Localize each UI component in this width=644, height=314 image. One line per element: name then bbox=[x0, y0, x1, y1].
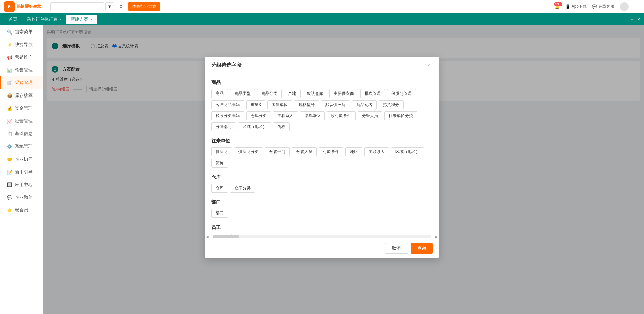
field-tag[interactable]: 商品类型 bbox=[230, 89, 255, 98]
field-tag[interactable]: 客户商品编码 bbox=[211, 100, 244, 105]
field-tag[interactable]: 产地 bbox=[284, 89, 301, 98]
field-tag[interactable]: 保质期管理 bbox=[387, 89, 416, 98]
field-tag[interactable]: 商品别名 bbox=[352, 100, 377, 105]
field-tag[interactable]: 默认供应商 bbox=[321, 100, 350, 105]
field-tag[interactable]: 商品 bbox=[211, 89, 228, 98]
modal-body[interactable]: 商品 商品 商品类型 商品分类 产地 默认仓库 主要供应商 批次管理 保质期管理… bbox=[205, 74, 439, 105]
goods-fields: 商品 商品类型 商品分类 产地 默认仓库 主要供应商 批次管理 保质期管理 客户… bbox=[211, 89, 433, 105]
modal-close-btn[interactable]: × bbox=[425, 61, 433, 69]
modal-backdrop: 分组待选字段 × 商品 商品 商品类型 商品分类 产地 默认仓库 主要供应商 批… bbox=[0, 0, 644, 105]
section-goods-title: 商品 bbox=[211, 80, 433, 86]
field-select-modal: 分组待选字段 × 商品 商品 商品类型 商品分类 产地 默认仓库 主要供应商 批… bbox=[205, 57, 439, 105]
field-tag[interactable]: 默认仓库 bbox=[303, 89, 327, 98]
field-tag[interactable]: 主要供应商 bbox=[329, 89, 358, 98]
field-tag[interactable]: 零售单位 bbox=[267, 100, 292, 105]
field-tag[interactable]: 批次管理 bbox=[360, 89, 385, 98]
field-tag[interactable]: 规格型号 bbox=[294, 100, 319, 105]
field-tag[interactable]: 重量3 bbox=[246, 100, 265, 105]
section-goods: 商品 商品 商品类型 商品分类 产地 默认仓库 主要供应商 批次管理 保质期管理… bbox=[211, 80, 433, 105]
field-tag[interactable]: 商品分类 bbox=[257, 89, 282, 98]
field-tag[interactable]: 拣货积分 bbox=[379, 100, 404, 105]
modal-header: 分组待选字段 × bbox=[205, 57, 439, 74]
modal-title: 分组待选字段 bbox=[211, 62, 241, 68]
